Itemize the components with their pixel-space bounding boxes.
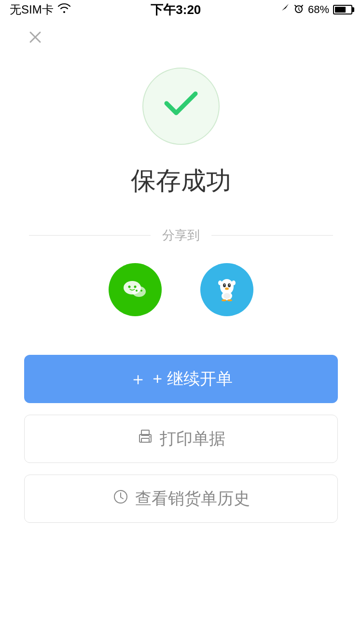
- main-content: 保存成功 分享到: [0, 19, 362, 523]
- success-icon-circle: [142, 68, 220, 145]
- svg-point-24: [149, 436, 151, 438]
- svg-point-19: [218, 280, 222, 285]
- svg-rect-23: [141, 438, 149, 442]
- svg-point-5: [128, 285, 130, 288]
- qq-share-button[interactable]: [200, 263, 253, 316]
- svg-point-18: [227, 299, 232, 301]
- wifi-icon: [57, 3, 71, 16]
- svg-point-6: [134, 285, 136, 288]
- share-icons-container: [109, 263, 253, 316]
- svg-point-16: [223, 293, 230, 299]
- share-label: 分享到: [162, 227, 200, 244]
- svg-point-8: [140, 290, 142, 292]
- print-button-label: 打印单据: [160, 428, 225, 450]
- share-divider: 分享到: [0, 227, 362, 244]
- svg-point-7: [136, 290, 138, 292]
- alarm-icon: [293, 3, 304, 16]
- svg-point-20: [232, 280, 236, 285]
- svg-point-17: [222, 299, 226, 301]
- svg-point-12: [224, 284, 225, 285]
- carrier-text: 无SIM卡: [10, 2, 54, 17]
- svg-point-13: [229, 284, 230, 285]
- wechat-share-button[interactable]: [109, 263, 162, 316]
- battery-indicator: [333, 5, 352, 14]
- continue-button[interactable]: ＋ + 继续开单: [24, 355, 338, 403]
- print-icon: [137, 428, 154, 449]
- checkmark-icon: [159, 82, 203, 131]
- success-title: 保存成功: [131, 164, 231, 198]
- history-button[interactable]: 查看销货单历史: [24, 475, 338, 523]
- svg-point-4: [132, 286, 146, 297]
- action-buttons-container: ＋ + 继续开单 打印单据 查看销货单历: [0, 355, 362, 523]
- svg-point-14: [225, 287, 229, 290]
- svg-point-11: [228, 283, 231, 287]
- status-right: 68%: [281, 3, 352, 16]
- time-display: 下午3:20: [151, 1, 201, 18]
- location-icon: [281, 3, 290, 16]
- battery-percent: 68%: [308, 3, 329, 16]
- plus-icon: ＋: [129, 367, 147, 391]
- svg-point-10: [223, 283, 226, 287]
- print-button[interactable]: 打印单据: [24, 415, 338, 463]
- close-button[interactable]: [23, 25, 47, 49]
- history-button-label: 查看销货单历史: [135, 488, 250, 510]
- status-left: 无SIM卡: [10, 2, 71, 17]
- status-bar: 无SIM卡 下午3:20 68%: [0, 0, 362, 19]
- history-icon: [112, 488, 129, 509]
- divider-right: [211, 235, 333, 236]
- continue-button-label: + 继续开单: [153, 368, 232, 390]
- divider-left: [29, 235, 151, 236]
